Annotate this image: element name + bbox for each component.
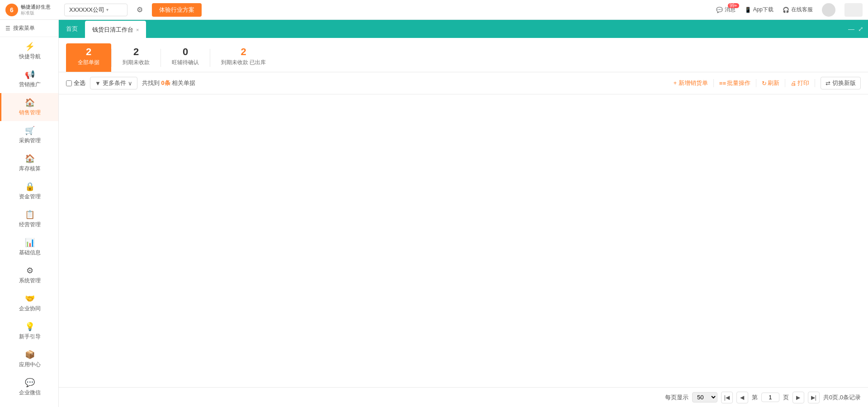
marketing-icon: 📢 <box>25 70 35 80</box>
refresh-label: 刷新 <box>768 79 779 87</box>
toolbar-left: 全选 ▼ 更多条件 ∨ 共找到 0条 相关单据 <box>66 77 668 89</box>
header-center: ⚙ 体验行业方案 <box>133 3 202 17</box>
found-suffix: 相关单据 <box>172 80 195 86</box>
wechat-icon: 💬 <box>25 378 35 388</box>
user-name[interactable] <box>844 3 863 17</box>
toolbar-right: + 新增销货单 ≡≡ 批量操作 ↻ 刷新 🖨 打印 <box>674 77 861 89</box>
stats-tabs: 2 全部单据 2 到期未收款 0 旺辅待确认 2 到期未收款 已出库 <box>59 38 868 72</box>
chevron-down-icon: ▾ <box>106 7 108 12</box>
settings-button[interactable]: ⚙ <box>133 3 146 17</box>
purchase-icon: 🛒 <box>25 126 35 136</box>
select-all-input[interactable] <box>66 80 72 86</box>
message-icon: 💬 <box>716 7 723 13</box>
tab-bar: 首页 钱货日清工作台 × — ⤢ <box>59 20 868 38</box>
tab-bar-actions: — ⤢ <box>848 25 868 33</box>
page-number-input[interactable] <box>761 393 779 402</box>
stat-overdue-number: 2 <box>133 47 139 57</box>
page-suffix: 页 <box>783 393 789 402</box>
batch-label: 批量操作 <box>727 79 750 87</box>
tab-minimize-button[interactable]: — <box>848 25 854 33</box>
top-header: 6 畅捷通好生意 标准版 XXXXXX公司 ▾ ⚙ 体验行业方案 💬 消息 99… <box>0 0 868 20</box>
sidebar-item-inventory[interactable]: 🏠 库存核算 <box>0 149 58 177</box>
sidebar-item-cooperation[interactable]: 🤝 企业协同 <box>0 289 58 317</box>
sidebar-item-label: 新手引导 <box>19 333 41 341</box>
switch-version-button[interactable]: ⇄ 切换新版 <box>821 77 861 89</box>
sidebar-item-label: 基础信息 <box>19 249 41 257</box>
stat-not-shipped-label: 到期未收款 已出库 <box>221 59 266 66</box>
sidebar-item-quick-nav[interactable]: ⚡ 快捷导航 <box>0 37 58 65</box>
tab-maximize-button[interactable]: ⤢ <box>858 25 863 33</box>
stat-tab-not-shipped[interactable]: 2 到期未收款 已出库 <box>210 43 277 72</box>
stat-tab-all[interactable]: 2 全部单据 <box>66 43 111 72</box>
pagination-bar: 每页显示 50 20 100 200 |◀ ◀ 第 页 ▶ ▶| 共0页,0条记… <box>59 387 868 407</box>
notification-badge: 99+ <box>728 3 739 8</box>
first-page-button[interactable]: |◀ <box>721 392 733 403</box>
tab-close-icon[interactable]: × <box>136 27 139 33</box>
trial-button[interactable]: 体验行业方案 <box>152 3 202 17</box>
company-selector[interactable]: XXXXXX公司 ▾ <box>64 4 127 16</box>
page-size-select[interactable]: 50 20 100 200 <box>692 392 717 402</box>
add-sales-order-button[interactable]: + 新增销货单 <box>674 79 708 87</box>
sidebar-item-label: 采购管理 <box>19 137 41 145</box>
sidebar-item-label: 营销推广 <box>19 81 41 89</box>
sidebar-item-label: 销售管理 <box>19 109 41 117</box>
total-records: 共0页,0条记录 <box>823 393 861 402</box>
sidebar-item-label: 企业微信 <box>19 389 41 397</box>
batch-icon: ≡≡ <box>719 80 726 87</box>
sidebar-item-system[interactable]: ⚙ 系统管理 <box>0 261 58 289</box>
logo-text: 畅捷通好生意 标准版 <box>21 4 51 16</box>
operation-icon: 📋 <box>25 210 35 220</box>
company-name: XXXXXX公司 <box>69 6 104 14</box>
basic-info-icon: 📊 <box>25 238 35 248</box>
logo-area: 6 畅捷通好生意 标准版 <box>5 4 64 16</box>
select-all-checkbox[interactable]: 全选 <box>66 79 85 87</box>
sidebar-item-finance[interactable]: 🔒 资金管理 <box>0 177 58 205</box>
print-button[interactable]: 🖨 打印 <box>791 79 809 87</box>
next-page-button[interactable]: ▶ <box>793 392 804 403</box>
sidebar-item-label: 快捷导航 <box>19 53 41 61</box>
app-name-line2: 标准版 <box>21 10 51 16</box>
refresh-icon: ↻ <box>762 80 767 87</box>
stat-wangwang-number: 0 <box>183 47 188 57</box>
last-page-button[interactable]: ▶| <box>808 392 820 403</box>
prev-page-button[interactable]: ◀ <box>736 392 748 403</box>
stat-tab-wangwang[interactable]: 0 旺辅待确认 <box>161 43 210 72</box>
toolbar-divider-1 <box>713 79 714 87</box>
sidebar-item-marketing[interactable]: 📢 营销推广 <box>0 65 58 93</box>
download-icon: 📱 <box>745 7 751 13</box>
avatar[interactable] <box>822 3 835 17</box>
tab-home[interactable]: 首页 <box>59 20 85 38</box>
sidebar-item-guide[interactable]: 💡 新手引导 <box>0 317 58 345</box>
search-menu-button[interactable]: ☰ 搜索菜单 <box>0 20 58 37</box>
cooperation-icon: 🤝 <box>25 294 35 304</box>
content-area: 首页 钱货日清工作台 × — ⤢ 2 全部单据 2 <box>59 20 868 407</box>
tab-qianghuo[interactable]: 钱货日清工作台 × <box>85 21 146 39</box>
page-content: 2 全部单据 2 到期未收款 0 旺辅待确认 2 到期未收款 已出库 <box>59 38 868 407</box>
sidebar-item-member[interactable]: V 畅会员 <box>0 401 58 407</box>
sidebar-item-sales[interactable]: 🏠 销售管理 <box>0 93 58 121</box>
filter-icon: ▼ <box>95 80 101 87</box>
print-icon: 🖨 <box>791 80 797 87</box>
found-count: 0条 <box>161 80 170 86</box>
notification-button[interactable]: 💬 消息 99+ <box>716 6 736 14</box>
sidebar-item-wechat[interactable]: 💬 企业微信 <box>0 373 58 401</box>
sidebar: ☰ 搜索菜单 ⚡ 快捷导航 📢 营销推广 🏠 销售管理 🛒 采购管理 🏠 库存核… <box>0 20 59 407</box>
inventory-icon: 🏠 <box>25 154 35 164</box>
filter-chevron-icon: ∨ <box>128 80 132 87</box>
refresh-button[interactable]: ↻ 刷新 <box>762 79 779 87</box>
apps-icon: 📦 <box>25 350 35 360</box>
batch-operation-button[interactable]: ≡≡ 批量操作 <box>719 79 750 87</box>
sidebar-item-basic-info[interactable]: 📊 基础信息 <box>0 233 58 261</box>
found-prefix: 共找到 <box>142 80 160 86</box>
found-text: 共找到 0条 相关单据 <box>142 79 195 87</box>
online-service-button[interactable]: 🎧 在线客服 <box>783 6 813 14</box>
sidebar-item-label: 企业协同 <box>19 305 41 313</box>
filter-button[interactable]: ▼ 更多条件 ∨ <box>90 77 137 89</box>
app-download-button[interactable]: 📱 App下载 <box>745 6 774 14</box>
toolbar-divider-3 <box>785 79 785 87</box>
sidebar-item-operation[interactable]: 📋 经营管理 <box>0 205 58 233</box>
stat-tab-overdue[interactable]: 2 到期未收款 <box>112 43 160 72</box>
sidebar-item-apps[interactable]: 📦 应用中心 <box>0 345 58 373</box>
sidebar-item-label: 系统管理 <box>19 277 41 285</box>
sidebar-item-purchase[interactable]: 🛒 采购管理 <box>0 121 58 149</box>
